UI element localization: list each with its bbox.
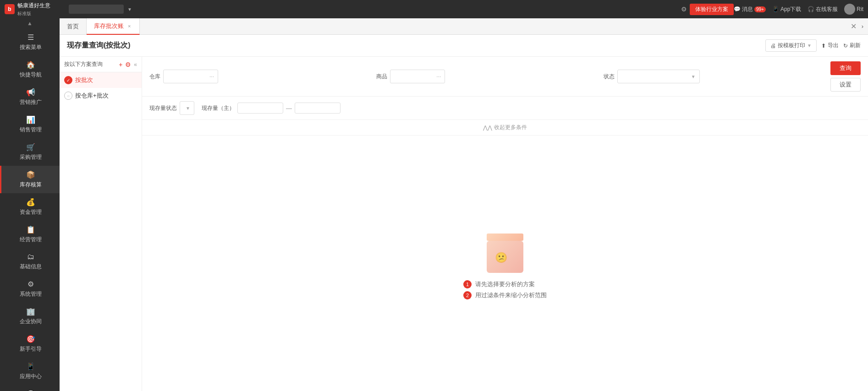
scheme-list: ✓ 按批次 ○ 按仓库+批次	[60, 72, 142, 391]
finance-icon: 💰	[26, 198, 35, 206]
goods-more-icon[interactable]: ···	[436, 73, 441, 80]
refresh-icon: ↻	[843, 43, 848, 49]
apps-icon: 📱	[26, 362, 35, 371]
tab-home-label: 首页	[67, 22, 79, 31]
sidebar-item-quick-nav[interactable]: 🏠 快捷导航	[0, 56, 60, 83]
stock-status-dropdown[interactable]: ▼	[180, 101, 194, 115]
collapse-more-label: 收起更多条件	[494, 124, 527, 131]
sidebar-item-label: 新手引导	[20, 345, 42, 353]
scheme-header-icons: + ⚙ «	[119, 61, 137, 68]
sidebar-item-system[interactable]: ⚙ 系统管理	[0, 275, 60, 303]
sidebar-item-operation[interactable]: 📋 经营管理	[0, 221, 60, 248]
scheme-add-icon[interactable]: +	[119, 61, 122, 68]
export-button[interactable]: ⬆ 导出	[821, 42, 839, 49]
phone-icon: 📱	[772, 6, 779, 12]
tab-inventory-batch-label: 库存批次账	[94, 22, 124, 30]
settings-icon[interactable]: ⚙	[681, 5, 687, 13]
sidebar-item-label: 搜索菜单	[20, 43, 42, 51]
sidebar-item-search-menu[interactable]: ☰ 搜索菜单	[0, 28, 60, 56]
sidebar-scroll-up[interactable]: ▲	[0, 18, 60, 28]
hint-num-1: 1	[463, 280, 472, 288]
scheme-item-by-warehouse-batch[interactable]: ○ 按仓库+批次	[60, 88, 142, 103]
sidebar-item-purchase[interactable]: 🛒 采购管理	[0, 138, 60, 166]
user-avatar-item[interactable]: Rit	[844, 4, 863, 15]
print-button[interactable]: 🖨 按模板打印 ▼	[765, 39, 817, 52]
header-search: ▼	[69, 5, 681, 14]
warehouse-filter-group: 仓库 ···	[149, 70, 369, 83]
status-chevron-icon: ▼	[691, 74, 696, 79]
main-layout: ▲ ☰ 搜索菜单 🏠 快捷导航 📢 营销推广 📊 销售管理 🛒 采购管理 📦 库…	[0, 18, 868, 391]
content-area: 首页 库存批次账 × ✕ › 现存量查询(按批次) 🖨 按模板打印 ▼	[60, 18, 868, 391]
system-icon: ⚙	[27, 280, 34, 288]
brand: b 畅康通好生意 标准版	[5, 2, 64, 17]
marketing-icon: 📢	[26, 88, 35, 97]
collapse-more-button[interactable]: ⋀⋀ 收起更多条件	[142, 120, 868, 136]
settings-button[interactable]: 设置	[830, 78, 861, 92]
stock-amount-min-input[interactable]	[237, 103, 283, 114]
brand-info: 畅康通好生意 标准版	[17, 2, 50, 17]
sidebar-item-label: 基础信息	[20, 263, 42, 271]
sidebar-item-marketing[interactable]: 📢 营销推广	[0, 83, 60, 111]
top-header: b 畅康通好生意 标准版 ▼ ⚙ 体验行业方案 💬 消息 99+ 📱 App下载…	[0, 0, 868, 18]
status-filter-group: 状态 ▼	[604, 70, 823, 83]
collapse-chevron-up-icon: ⋀⋀	[483, 125, 492, 131]
experience-button[interactable]: 体验行业方案	[690, 4, 734, 15]
sidebar-item-wechat[interactable]: 💬 企业微信	[0, 385, 60, 391]
empty-state: 😕 1 请先选择要分析的方案 2 用过滤条件来缩小分析范围	[142, 136, 868, 391]
inner-content: 按以下方案查询 + ⚙ « ✓ 按批次	[60, 57, 868, 391]
stock-amount-max-input[interactable]	[295, 103, 341, 114]
scheme-header-label: 按以下方案查询	[64, 60, 103, 68]
brand-name: 畅康通好生意	[17, 2, 50, 10]
hint-text-2: 用过滤条件来缩小分析范围	[475, 291, 547, 299]
warehouse-more-icon[interactable]: ···	[209, 73, 214, 80]
sidebar-item-label: 资金管理	[20, 208, 42, 216]
stock-amount-label: 现存量（主）	[202, 104, 235, 112]
message-icon-item[interactable]: 💬 消息 99+	[734, 5, 766, 13]
brand-logo: b	[5, 4, 15, 14]
empty-box-top	[487, 234, 523, 241]
empty-hints: 1 请先选择要分析的方案 2 用过滤条件来缩小分析范围	[463, 280, 547, 299]
sidebar-item-sales[interactable]: 📊 销售管理	[0, 111, 60, 138]
tab-bar: 首页 库存批次账 × ✕ ›	[60, 18, 868, 35]
sidebar-item-enterprise[interactable]: 🏢 企业协同	[0, 303, 60, 330]
sidebar-item-label: 库存核算	[20, 181, 42, 189]
page-actions: 🖨 按模板打印 ▼ ⬆ 导出 ↻ 刷新	[765, 39, 861, 52]
empty-hint-1: 1 请先选择要分析的方案	[463, 280, 547, 288]
sidebar-item-label: 经营管理	[20, 236, 42, 244]
warehouse-select[interactable]: ···	[163, 70, 218, 83]
sales-icon: 📊	[26, 115, 35, 124]
brand-edition: 标准版	[17, 11, 50, 17]
stock-status-label: 现存量状态	[149, 104, 177, 112]
sidebar-item-finance[interactable]: 💰 资金管理	[0, 193, 60, 221]
sidebar-item-apps[interactable]: 📱 应用中心	[0, 358, 60, 385]
tab-home[interactable]: 首页	[60, 18, 87, 35]
scheme-settings-icon[interactable]: ⚙	[125, 61, 131, 68]
query-button[interactable]: 查询	[830, 61, 861, 75]
tab-close-x-icon[interactable]: ✕	[848, 21, 859, 32]
scheme-item-by-batch[interactable]: ✓ 按批次	[60, 72, 142, 88]
app-download-item[interactable]: 📱 App下载	[772, 5, 801, 13]
search-dropdown-icon[interactable]: ▼	[127, 7, 132, 12]
status-dropdown[interactable]: ▼	[617, 70, 700, 83]
scheme-circle-icon: ○	[67, 93, 70, 98]
sidebar-item-inventory[interactable]: 📦 库存核算	[0, 166, 60, 193]
customer-service-item[interactable]: 🎧 在线客服	[808, 5, 838, 13]
search-menu-icon: ☰	[27, 33, 34, 42]
sidebar-item-basic[interactable]: 🗂 基础信息	[0, 248, 60, 275]
customer-service-label: 在线客服	[816, 5, 838, 13]
sidebar-item-newbie[interactable]: 🎯 新手引导	[0, 330, 60, 358]
scheme-collapse-icon[interactable]: «	[134, 61, 137, 68]
empty-face-icon: 😕	[495, 252, 507, 264]
tab-inventory-batch[interactable]: 库存批次账 ×	[87, 18, 140, 35]
stock-amount-group: 现存量（主） —	[202, 103, 861, 114]
stock-status-chevron-icon: ▼	[186, 106, 190, 111]
search-input[interactable]	[69, 5, 124, 14]
stock-amount-dash: —	[286, 105, 292, 112]
tab-close-button[interactable]: ×	[126, 23, 132, 29]
goods-select[interactable]: ···	[390, 70, 445, 83]
sidebar-item-label: 快捷导航	[20, 71, 42, 79]
page-header: 现存量查询(按批次) 🖨 按模板打印 ▼ ⬆ 导出 ↻ 刷新	[60, 35, 868, 57]
headset-icon: 🎧	[808, 6, 814, 12]
tab-chevron-icon[interactable]: ›	[862, 23, 863, 30]
refresh-button[interactable]: ↻ 刷新	[843, 42, 861, 49]
